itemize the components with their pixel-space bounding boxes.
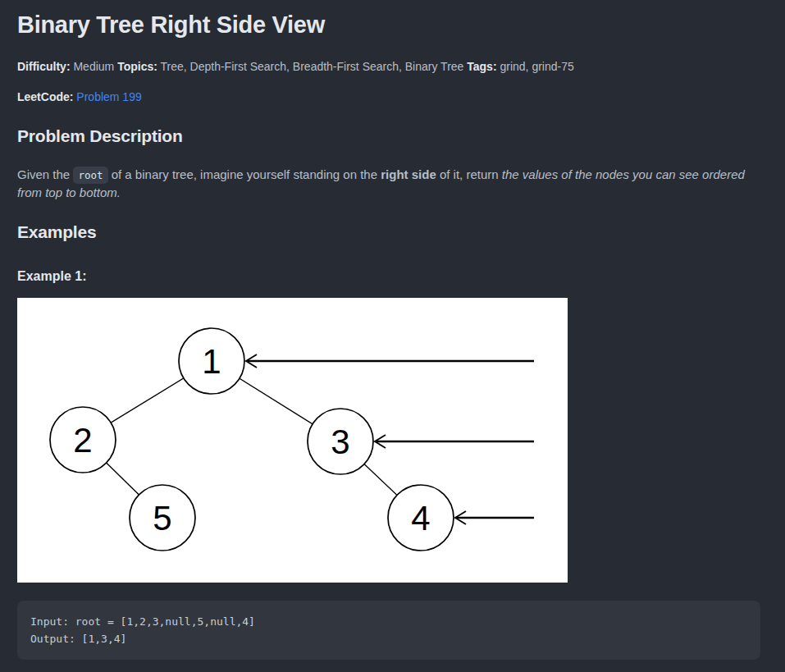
tags-label: Tags:	[467, 60, 496, 73]
binary-tree-svg: 1 2 3 5 4	[17, 298, 568, 583]
difficulty-value: Medium	[73, 60, 114, 73]
node-label-2: 2	[73, 421, 92, 459]
node-label-4: 4	[411, 499, 430, 537]
problem-description-heading: Problem Description	[17, 126, 760, 147]
page-title: Binary Tree Right Side View	[17, 10, 760, 39]
right-side-view-arrows	[246, 354, 534, 524]
topics-label: Topics:	[117, 60, 157, 73]
desc-bold-right-side: right side	[381, 167, 436, 181]
leetcode-problem-link[interactable]: Problem 199	[76, 90, 141, 103]
binary-tree-diagram: 1 2 3 5 4	[17, 298, 568, 583]
desc-text-middle: of a binary tree, imagine yourself stand…	[112, 167, 377, 181]
code-line-input: Input: root = [1,2,3,null,5,null,4]	[30, 613, 747, 630]
node-label-1: 1	[202, 342, 221, 381]
example-1-label: Example 1:	[17, 268, 760, 285]
difficulty-label: Difficulty:	[17, 60, 71, 73]
code-line-output: Output: [1,3,4]	[30, 630, 747, 647]
tags-value: grind, grind-75	[500, 60, 573, 73]
desc-text-before: Given the	[17, 167, 70, 181]
problem-page: Binary Tree Right Side View Difficulty: …	[0, 10, 785, 660]
inline-code-root: root	[73, 167, 107, 184]
node-label-3: 3	[331, 423, 349, 461]
examples-heading: Examples	[17, 222, 760, 243]
desc-text-after: of it, return	[440, 167, 499, 181]
topics-value: Tree, Depth-First Search, Breadth-First …	[161, 60, 464, 73]
node-label-5: 5	[153, 499, 171, 537]
example-1-io-code-block: Input: root = [1,2,3,null,5,null,4]Outpu…	[17, 601, 760, 660]
leetcode-label: LeetCode:	[17, 90, 73, 103]
meta-line: Difficulty: Medium Topics: Tree, Depth-F…	[17, 58, 760, 75]
problem-description-text: Given the root of a binary tree, imagine…	[17, 166, 755, 201]
leetcode-line: LeetCode: Problem 199	[17, 89, 760, 105]
